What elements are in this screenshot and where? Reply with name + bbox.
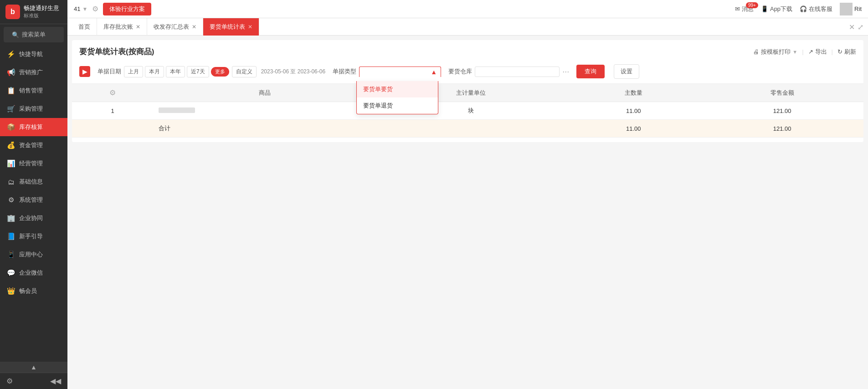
row-amount: 121.00 [701, 102, 863, 120]
store-dropdown-icon[interactable]: ▼ [82, 6, 87, 12]
service-label: 在线客服 [809, 5, 832, 13]
filter-date-group: 单据日期 上月 本月 本年 近7天 更多 自定义 2023-05-06 至 20… [98, 66, 325, 77]
sidebar-item-quick-nav[interactable]: ⚡ 快捷导航 [0, 45, 67, 63]
sidebar-item-inventory[interactable]: 📦 库存核算 [0, 118, 67, 136]
tab-receive-summary[interactable]: 收发存汇总表 ✕ [147, 18, 203, 36]
tab-home[interactable]: 首页 [72, 18, 97, 36]
date-btn-more[interactable]: 更多 [211, 67, 229, 77]
tab-batch-label: 库存批次账 [103, 23, 133, 31]
topbar-app-download[interactable]: 📱 App下载 [761, 5, 792, 13]
sidebar-item-label: 应用中心 [19, 251, 43, 259]
tab-close-all[interactable]: ✕ [849, 22, 855, 31]
export-btn[interactable]: ↗ 导出 [808, 48, 827, 56]
data-table: ⚙ 商品 主计量单位 主数量 零售金额 1 [72, 84, 863, 138]
query-btn[interactable]: 查询 [576, 65, 605, 78]
guide-icon: 📘 [6, 232, 15, 241]
print-icon: 🖨 [753, 48, 759, 55]
sidebar-item-label: 新手引导 [19, 232, 43, 241]
user-avatar[interactable]: Rit [840, 3, 862, 15]
sidebar-scroll-up[interactable]: ▲ [0, 362, 67, 373]
sidebar-item-sales[interactable]: 📋 销售管理 [0, 82, 67, 100]
type-input[interactable] [363, 68, 429, 75]
wechat-icon: 💬 [6, 268, 15, 277]
app-icon: 📱 [761, 5, 768, 12]
sidebar-item-label: 企业协同 [19, 214, 43, 222]
topbar-message[interactable]: ✉ 消息 99+ [735, 5, 754, 13]
sidebar-item-operations[interactable]: 📊 经营管理 [0, 154, 67, 173]
sidebar-search[interactable]: 🔍 搜索菜单 [4, 27, 64, 42]
finance-icon: 💰 [6, 141, 15, 150]
topbar-left: 41 ▼ ⚙ 体验行业方案 [74, 3, 151, 15]
date-custom-btn[interactable]: 自定义 [232, 66, 257, 77]
sidebar-item-label: 采购管理 [19, 105, 43, 113]
sidebar-item-finance[interactable]: 💰 资金管理 [0, 136, 67, 154]
refresh-btn[interactable]: ↻ 刷新 [837, 48, 856, 56]
topbar-online-service[interactable]: 🎧 在线客服 [800, 5, 832, 13]
sidebar-item-label: 营销推广 [19, 68, 43, 77]
date-label: 单据日期 [98, 67, 121, 76]
content-area: 要货单统计表(按商品) 🖨 按模板打印 ▼ | ↗ 导出 | ↻ [67, 36, 868, 389]
industry-btn[interactable]: 体验行业方案 [103, 3, 151, 15]
sidebar-item-enterprise[interactable]: 🏢 企业协同 [0, 209, 67, 227]
dropdown-item-order-goods[interactable]: 要货单要货 [357, 81, 438, 97]
print-template-btn[interactable]: 🖨 按模板打印 ▼ [753, 48, 797, 56]
topbar: 41 ▼ ⚙ 体验行业方案 ✉ 消息 99+ 📱 App下载 🎧 在线客服 R [67, 0, 868, 18]
date-btn-last-month[interactable]: 上月 [124, 66, 143, 77]
date-btn-7days[interactable]: 近7天 [187, 66, 209, 77]
warehouse-input[interactable] [479, 68, 555, 75]
filter-type-group: 单据类型 ▲ 要货单要货 要货单退货 [333, 67, 441, 77]
tabbar: 首页 库存批次账 ✕ 收发存汇总表 ✕ 要货单统计表 ✕ ✕ ⤢ [67, 18, 868, 36]
table-header-row: ⚙ 商品 主计量单位 主数量 零售金额 [72, 84, 863, 102]
sidebar-item-guide[interactable]: 📘 新手引导 [0, 227, 67, 246]
tab-batch-close[interactable]: ✕ [136, 24, 140, 30]
sidebar-item-app-center[interactable]: 📱 应用中心 [0, 246, 67, 264]
tab-order-close[interactable]: ✕ [248, 24, 252, 30]
sidebar: b 畅捷通好生意 标准版 🔍 搜索菜单 ⚡ 快捷导航 📢 营销推广 📋 销售管理… [0, 0, 67, 389]
sidebar-item-label: 系统管理 [19, 196, 43, 204]
tab-order-stats[interactable]: 要货单统计表 ✕ [203, 18, 259, 36]
filter-more-btn[interactable]: ··· [562, 67, 569, 77]
sidebar-item-label: 企业微信 [19, 269, 43, 277]
filter-type-select[interactable]: ▲ [359, 67, 441, 77]
system-icon: ⚙ [6, 195, 15, 205]
message-badge: 99+ [746, 2, 758, 8]
purchase-icon: 🛒 [6, 104, 15, 113]
sidebar-item-system[interactable]: ⚙ 系统管理 [0, 191, 67, 209]
sidebar-item-marketing[interactable]: 📢 营销推广 [0, 63, 67, 82]
sidebar-item-label: 经营管理 [19, 159, 43, 168]
filter-expand-btn[interactable]: ▶ [79, 66, 90, 77]
chevron-up-icon[interactable]: ▲ [431, 68, 437, 76]
sidebar-item-basic-info[interactable]: 🗂 基础信息 [0, 173, 67, 191]
tab-home-label: 首页 [78, 23, 90, 31]
table-col-qty: 主数量 [566, 84, 701, 102]
row-no: 1 [72, 102, 153, 120]
sidebar-item-wechat[interactable]: 💬 企业微信 [0, 264, 67, 282]
date-btn-this-month[interactable]: 本月 [145, 66, 164, 77]
sidebar-item-label: 销售管理 [19, 87, 43, 95]
tab-expand[interactable]: ⤢ [858, 22, 863, 31]
tabbar-actions: ✕ ⤢ [849, 22, 863, 31]
sidebar-item-purchase[interactable]: 🛒 采购管理 [0, 100, 67, 118]
app-logo-icon: b [5, 5, 20, 19]
marketing-icon: 📢 [6, 68, 15, 77]
table-col-settings[interactable]: ⚙ [72, 84, 153, 102]
sidebar-bottom: ⚙ ◀◀ [0, 373, 67, 389]
message-icon: ✉ [735, 5, 740, 12]
date-btn-this-year[interactable]: 本年 [166, 66, 185, 77]
topbar-store[interactable]: 41 ▼ [74, 5, 87, 12]
filter-date-btns: 上月 本月 本年 近7天 更多 [124, 66, 229, 77]
dropdown-item-order-return[interactable]: 要货单退货 [357, 97, 438, 114]
filter-settings-btn[interactable]: 设置 [614, 64, 639, 79]
sidebar-item-label: 资金管理 [19, 141, 43, 149]
topbar-settings-icon[interactable]: ⚙ [92, 5, 98, 13]
settings-icon[interactable]: ⚙ [6, 377, 13, 385]
tab-receive-close[interactable]: ✕ [192, 24, 196, 30]
collapse-icon[interactable]: ◀◀ [50, 377, 61, 385]
sidebar-item-vip[interactable]: 👑 畅会员 [0, 282, 67, 300]
service-icon: 🎧 [800, 5, 807, 12]
tab-batch-account[interactable]: 库存批次账 ✕ [97, 18, 147, 36]
sidebar-item-label: 畅会员 [19, 287, 37, 295]
enterprise-icon: 🏢 [6, 214, 15, 223]
app-center-icon: 📱 [6, 250, 15, 259]
filter-warehouse-select[interactable] [475, 67, 560, 77]
